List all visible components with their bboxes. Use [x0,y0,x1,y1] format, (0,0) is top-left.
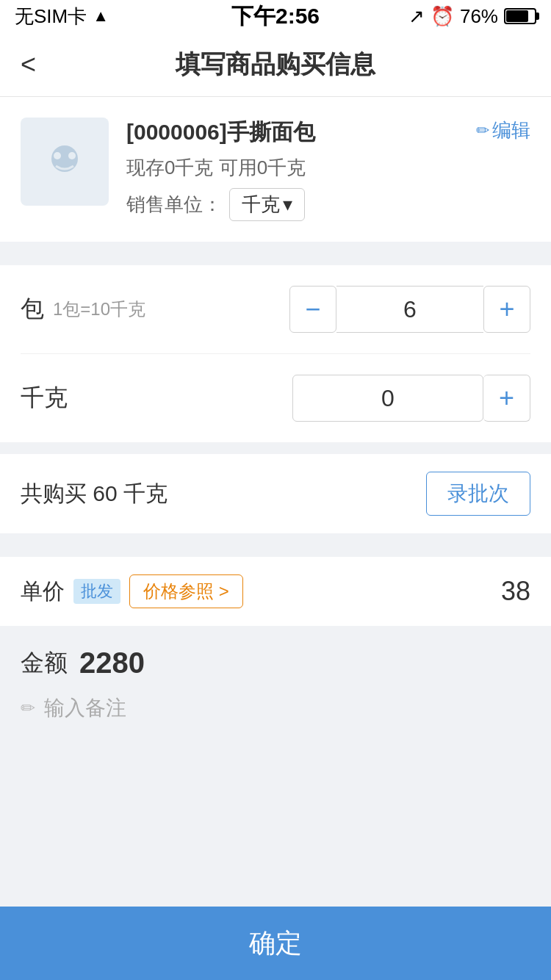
bao-increase-button[interactable]: + [483,286,530,333]
kg-quantity-control: + [292,375,530,422]
location-icon: ↗ [408,5,425,28]
kg-label-text: 千克 [21,382,68,414]
back-icon: < [21,49,36,79]
svg-point-1 [54,152,61,159]
divider-2 [0,545,551,557]
record-batch-button[interactable]: 录批次 [426,472,530,516]
price-label-text: 单价 [21,577,65,607]
divider-1 [0,253,551,265]
edit-icon: ✏ [476,121,489,140]
bao-decrease-button[interactable]: − [289,286,336,333]
price-section: 单价 批发 价格参照 > 38 [0,557,551,626]
dropdown-icon: ▾ [283,193,292,216]
kg-row: 千克 + [21,354,530,442]
status-time: 下午2:56 [231,1,320,32]
remark-placeholder: 输入备注 [44,694,126,722]
unit-label: 销售单位： [126,192,222,217]
wifi-icon: ▲ [93,7,109,26]
price-ref-label: 价格参照 > [143,580,229,603]
battery-percent: 76% [460,5,498,28]
bao-quantity-input[interactable] [336,286,483,333]
product-unit-row: 销售单位： 千克 ▾ [126,188,530,221]
product-card: [0000006]手撕面包 ✏ 编辑 现存0千克 可用0千克 销售单位： 千克 … [0,97,551,242]
status-left: 无SIM卡 ▲ [15,4,109,29]
kg-increase-button[interactable]: + [483,375,530,422]
page-title: 填写商品购买信息 [176,48,375,82]
kg-quantity-input[interactable] [292,375,483,422]
bao-quantity-control: − + [289,286,530,333]
unit-value: 千克 [242,192,280,217]
amount-section: 金额 2280 ✏ 输入备注 [0,626,551,734]
confirm-button[interactable]: 确定 [0,907,551,980]
edit-label: 编辑 [492,118,530,143]
pencil-icon: ✏ [21,698,35,718]
product-stock: 现存0千克 可用0千克 [126,155,530,181]
summary-text: 共购买 60 千克 [21,479,168,509]
back-button[interactable]: < [21,49,36,80]
batch-badge: 批发 [73,579,120,604]
remark-row[interactable]: ✏ 输入备注 [21,694,530,722]
price-row: 单价 批发 价格参照 > 38 [21,574,530,608]
amount-row: 金额 2280 [21,646,530,680]
bao-label: 包 1包=10千克 [21,293,145,325]
edit-button[interactable]: ✏ 编辑 [476,118,530,143]
price-ref-button[interactable]: 价格参照 > [129,574,243,608]
battery-icon [504,8,536,24]
bao-hint: 1包=10千克 [53,298,145,321]
price-value: 38 [501,576,530,607]
bao-label-text: 包 [21,293,44,325]
carrier-text: 无SIM卡 [15,4,87,29]
amount-value: 2280 [79,646,145,680]
svg-point-2 [68,152,76,159]
product-logo-icon [41,138,88,185]
bao-row: 包 1包=10千克 − + [21,265,530,354]
product-image [21,118,109,206]
alarm-icon: ⏰ [431,5,454,28]
amount-label: 金额 [21,647,68,680]
status-bar: 无SIM卡 ▲ 下午2:56 ↗ ⏰ 76% [0,0,551,32]
kg-label: 千克 [21,382,68,414]
product-name-row: [0000006]手撕面包 ✏ 编辑 [126,118,530,148]
nav-bar: < 填写商品购买信息 [0,32,551,97]
summary-section: 共购买 60 千克 录批次 [0,454,551,533]
status-right: ↗ ⏰ 76% [408,5,536,28]
unit-select[interactable]: 千克 ▾ [229,188,305,221]
form-section: 包 1包=10千克 − + 千克 + [0,265,551,442]
product-name: [0000006]手撕面包 [126,118,315,148]
price-label: 单价 批发 价格参照 > [21,574,243,608]
product-info: [0000006]手撕面包 ✏ 编辑 现存0千克 可用0千克 销售单位： 千克 … [126,118,530,221]
